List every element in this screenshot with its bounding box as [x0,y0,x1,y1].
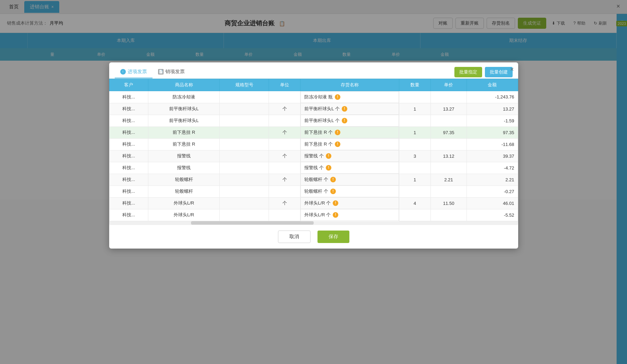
table-header-row: 客户 商品名称 规格型号 单位 存货名称 数量 单价 金额 [109,79,518,91]
cell-product: 前平衡杆球头L [148,103,219,115]
batch-assign-button[interactable]: 批量指定 [454,67,482,77]
cell-price [430,115,467,127]
table-row[interactable]: 科技...外球头L/R个外球头L/R 个!411.5046.01 [109,197,518,209]
cell-inventory: 前下悬挂 R 个! [301,127,399,138]
table-row[interactable]: 科技...外球头L/R外球头L/R 个!-5.52 [109,209,518,221]
cell-amount: -1,243.76 [467,91,518,103]
batch-create-button[interactable]: 批量创建 [485,67,513,77]
cell-qty [399,138,430,150]
cell-customer: 科技... [109,209,148,221]
cell-qty: 3 [399,150,430,162]
table-row[interactable]: 科技...轮毂螺杆个轮毂螺杆 个!12.212.21 [109,174,518,185]
cell-spec [220,174,269,185]
cell-inventory: 报警线 个! [301,150,399,162]
cell-spec [220,138,269,150]
cell-product: 轮毂螺杆 [148,185,219,197]
cell-product: 报警线 [148,150,219,162]
cell-amount: -1.59 [467,115,518,127]
cell-spec [220,209,269,221]
cell-product: 报警线 [148,162,219,174]
cell-price [430,209,467,221]
cell-product: 前下悬挂 R [148,127,219,138]
modal-scrollbar[interactable] [109,221,518,225]
warning-icon: ! [333,212,338,218]
modal-footer: 取消 保存 [109,225,518,249]
app-background: 首页 进销台账 × × 销售成本计算方法： 月平均 商贸企业进销台账 📋 对账 … [0,0,627,364]
th-qty: 数量 [399,79,430,91]
cell-spec [220,197,269,209]
th-amount: 金额 [467,79,518,91]
outgoing-tab-icon: 📄 [158,69,164,75]
invoice-table-wrapper[interactable]: 客户 商品名称 规格型号 单位 存货名称 数量 单价 金额 科技...防冻冷却液… [109,79,518,221]
cell-amount: 46.01 [467,197,518,209]
cell-unit [269,185,301,197]
tab-incoming-invoice[interactable]: ↑ 进项发票 [115,66,153,78]
table-row[interactable]: 科技...前平衡杆球头L前平衡杆球头L 个!-1.59 [109,115,518,127]
warning-icon: ! [330,189,336,194]
cell-spec [220,91,269,103]
invoice-modal: × ↑ 进项发票 📄 销项发票 批量指定 批量创建 [109,62,518,249]
warning-icon: ! [326,153,331,159]
cell-amount: -5.52 [467,209,518,221]
cell-customer: 科技... [109,138,148,150]
table-row[interactable]: 科技...报警线个报警线 个!313.1239.37 [109,150,518,162]
cell-inventory: 轮毂螺杆 个! [301,174,399,185]
scrollbar-thumb[interactable] [191,221,314,225]
cell-customer: 科技... [109,197,148,209]
cell-customer: 科技... [109,150,148,162]
th-customer: 客户 [109,79,148,91]
cell-spec [220,115,269,127]
cell-qty [399,115,430,127]
cell-unit [269,91,301,103]
warning-icon: ! [333,200,338,206]
save-button[interactable]: 保存 [317,231,349,243]
th-spec: 规格型号 [220,79,269,91]
warning-icon: ! [342,106,347,112]
cell-amount: 39.37 [467,150,518,162]
cell-inventory: 外球头L/R 个! [301,209,399,221]
cell-inventory: 前平衡杆球头L 个! [301,103,399,115]
cell-product: 外球头L/R [148,197,219,209]
cell-customer: 科技... [109,115,148,127]
cell-price [430,162,467,174]
cell-qty [399,91,430,103]
cell-customer: 科技... [109,185,148,197]
cancel-button[interactable]: 取消 [278,231,311,243]
cell-price: 97.35 [430,127,467,138]
cell-qty: 4 [399,197,430,209]
th-unit: 单位 [269,79,301,91]
cell-spec [220,162,269,174]
cell-price [430,91,467,103]
incoming-tab-icon: ↑ [120,69,126,75]
cell-price: 13.12 [430,150,467,162]
cell-customer: 科技... [109,103,148,115]
cell-price: 2.21 [430,174,467,185]
cell-amount: -0.27 [467,185,518,197]
cell-product: 轮毂螺杆 [148,174,219,185]
modal-close-button[interactable]: × [510,66,514,73]
table-row[interactable]: 科技...轮毂螺杆轮毂螺杆 个!-0.27 [109,185,518,197]
cell-unit [269,115,301,127]
th-price: 单价 [430,79,467,91]
table-row[interactable]: 科技...报警线报警线 个!-4.72 [109,162,518,174]
warning-icon: ! [335,130,340,135]
cell-qty: 1 [399,127,430,138]
table-row[interactable]: 科技...前平衡杆球头L个前平衡杆球头L 个!113.2713.27 [109,103,518,115]
table-row[interactable]: 科技...防冻冷却液防冻冷却液 瓶!-1,243.76 [109,91,518,103]
cell-customer: 科技... [109,127,148,138]
th-product: 商品名称 [148,79,219,91]
cell-price: 13.27 [430,103,467,115]
cell-price [430,138,467,150]
table-row[interactable]: 科技...前下悬挂 R前下悬挂 R 个!-11.68 [109,138,518,150]
cell-qty: 1 [399,174,430,185]
cell-spec [220,127,269,138]
table-row[interactable]: 科技...前下悬挂 R个前下悬挂 R 个!197.3597.35 [109,127,518,138]
warning-icon: ! [342,118,347,123]
cell-product: 外球头L/R [148,209,219,221]
tab-outgoing-invoice[interactable]: 📄 销项发票 [153,66,190,78]
cell-amount: 97.35 [467,127,518,138]
invoice-table: 客户 商品名称 规格型号 单位 存货名称 数量 单价 金额 科技...防冻冷却液… [109,79,518,221]
cell-unit: 个 [269,174,301,185]
cell-unit: 个 [269,103,301,115]
cell-amount: -4.72 [467,162,518,174]
